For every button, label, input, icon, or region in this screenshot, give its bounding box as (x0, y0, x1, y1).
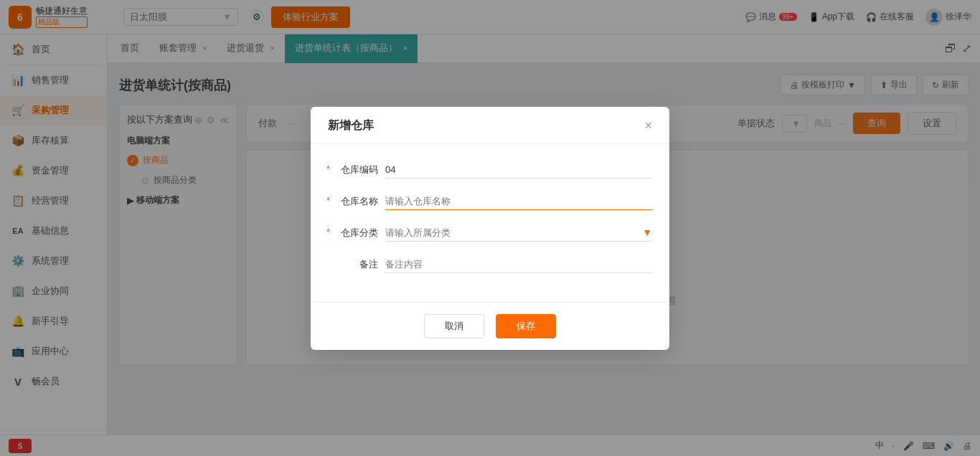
modal-overlay: 新增仓库 × 仓库编码 仓库名称 仓库分类 ▼ (0, 0, 980, 456)
modal-footer: 取消 保存 (311, 302, 669, 350)
warehouse-category-label: 仓库分类 (328, 227, 385, 239)
warehouse-name-input[interactable] (385, 193, 652, 210)
form-row-category: 仓库分类 ▼ (328, 224, 652, 242)
form-row-remark: 备注 (328, 256, 652, 273)
modal-body: 仓库编码 仓库名称 仓库分类 ▼ 备注 (311, 144, 669, 302)
warehouse-code-input[interactable] (385, 161, 652, 179)
category-dropdown-arrow[interactable]: ▼ (642, 227, 652, 238)
warehouse-category-select[interactable]: ▼ (385, 224, 652, 242)
modal-title: 新增仓库 (328, 118, 374, 133)
modal-close-button[interactable]: × (644, 118, 652, 133)
modal-add-warehouse: 新增仓库 × 仓库编码 仓库名称 仓库分类 ▼ (311, 107, 669, 350)
form-row-name: 仓库名称 (328, 193, 652, 210)
warehouse-name-label: 仓库名称 (328, 195, 385, 208)
warehouse-category-input[interactable] (385, 224, 642, 241)
save-button[interactable]: 保存 (496, 314, 556, 338)
modal-header: 新增仓库 × (311, 107, 669, 144)
form-row-code: 仓库编码 (328, 161, 652, 179)
cancel-button[interactable]: 取消 (424, 314, 484, 338)
warehouse-code-label: 仓库编码 (328, 163, 385, 176)
remark-label: 备注 (328, 258, 385, 271)
remark-input[interactable] (385, 256, 652, 273)
